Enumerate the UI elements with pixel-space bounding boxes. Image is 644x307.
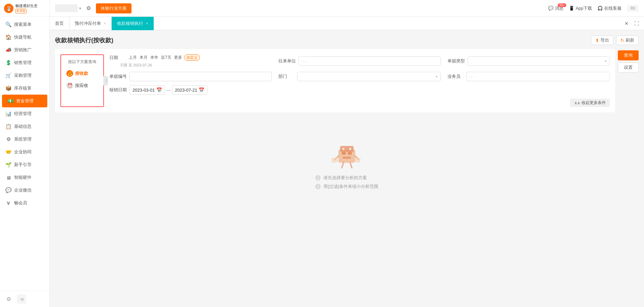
counterparty-select[interactable]: ···: [299, 56, 441, 66]
online-service-button[interactable]: 🎧 在线客服: [597, 5, 622, 11]
filter-sidebar-title: 按以下方案查询: [64, 59, 101, 65]
tab-prepay[interactable]: 预付冲应付单 ×: [69, 17, 112, 30]
wechat-icon: 💬: [5, 187, 11, 193]
verify-date-start[interactable]: 2023-03-01 📅: [129, 85, 165, 95]
logo-text: 畅捷通好生意 标准版: [15, 3, 38, 13]
filter-option-by-collection[interactable]: 💰 按收款: [64, 68, 101, 79]
sidebar-item-sales[interactable]: 💲 销售管理: [0, 56, 49, 69]
date-last-month[interactable]: 上月: [128, 54, 138, 61]
doc-number-field: 单据编号: [109, 72, 272, 81]
app-download-button[interactable]: 📱 App下载: [569, 5, 592, 11]
svg-rect-11: [331, 157, 338, 163]
tab-collection-label: 收款核销执行: [117, 20, 143, 27]
sidebar-item-hardware[interactable]: 🖥 智能硬件: [0, 171, 49, 184]
sidebar-item-nav[interactable]: 🏠 快捷导航: [0, 31, 49, 44]
salesperson-select[interactable]: ···: [466, 72, 610, 81]
date-more[interactable]: 更多: [173, 54, 183, 61]
date-range-dash: —: [166, 88, 171, 93]
topbar-left: ▾ ⚙ 休验行业方案: [55, 3, 544, 13]
svg-rect-5: [348, 152, 352, 155]
verify-end-value: 2023-07-21: [175, 88, 198, 93]
sales-icon: 💲: [5, 60, 11, 66]
export-button[interactable]: ⬆ 导出: [591, 36, 613, 45]
collapse-sidebar-button[interactable]: ◀: [17, 294, 26, 304]
verify-date-end[interactable]: 2023-07-21 📅: [172, 85, 208, 95]
sidebar-label: 新手引导: [14, 162, 32, 168]
empty-tip-2: 2 用[过滤]条件来缩小分析范围: [315, 184, 378, 190]
filter-option-by-receivable[interactable]: ⏰ 按应收: [64, 80, 101, 91]
date-shortcuts: 上月 本月 本年 近7天 更多 自定义: [128, 54, 200, 61]
date-7-days[interactable]: 近7天: [160, 54, 172, 61]
query-button[interactable]: 查询: [618, 50, 639, 60]
svg-line-10: [350, 163, 352, 168]
sidebar-item-finance[interactable]: 💵 资金管理: [2, 95, 47, 107]
sidebar-item-member[interactable]: V 畅会员: [0, 197, 49, 209]
sidebar-label: 资金管理: [16, 98, 34, 104]
collapse-more-area: ∧∧ 收起更多条件: [109, 99, 610, 107]
calendar-end-icon: 📅: [199, 87, 204, 93]
hardware-icon: 🖥: [5, 174, 11, 181]
salesperson-dots: ···: [469, 74, 475, 79]
verify-date-field: 核销日期 2023-03-01 📅 — 2023-07-21 📅: [109, 85, 272, 95]
tab-collection[interactable]: 收款核销执行 ×: [112, 17, 154, 30]
sidebar-item-basic-info[interactable]: 📋 基础信息: [0, 120, 49, 133]
sidebar-label: 企业微信: [14, 187, 32, 193]
dept-chevron-icon: ▾: [436, 74, 438, 79]
purchase-icon: 🛒: [5, 72, 11, 79]
message-button[interactable]: 💬 消息 99+: [548, 5, 564, 11]
topbar-right: 💬 消息 99+ 📱 App下载 🎧 在线客服 Rit: [548, 5, 639, 12]
logo-icon: 🐰: [4, 4, 13, 13]
service-label: 在线客服: [604, 5, 622, 11]
refresh-button[interactable]: ↻ 刷新: [616, 36, 639, 45]
sidebar-item-search[interactable]: 🔍 搜索菜单: [0, 18, 49, 31]
sidebar-item-inventory[interactable]: 📦 库存核算: [0, 82, 49, 95]
counterparty-field: 往来单位 ···: [278, 54, 441, 68]
search-menu-icon: 🔍: [5, 21, 11, 28]
tab-prepay-close-icon[interactable]: ×: [104, 21, 106, 26]
date-custom[interactable]: 自定义: [184, 54, 200, 61]
enterprise-icon: 🤝: [5, 149, 11, 155]
tab-collection-close-icon[interactable]: ×: [146, 21, 148, 26]
marketing-icon: 📣: [5, 47, 11, 53]
tip-num-2: 2: [315, 184, 321, 189]
filter-row-1: 日期 上月 本月 本年 近7天 更多 自定义 不限 至 2: [109, 54, 610, 68]
sidebar-label: 经营管理: [14, 111, 32, 117]
date-this-year[interactable]: 本年: [150, 54, 159, 61]
tab-close-all-icon[interactable]: ✕: [622, 19, 631, 28]
tab-home-label: 首页: [55, 20, 64, 27]
sidebar-logo: 🐰 畅捷通好生意 标准版: [0, 0, 49, 17]
tab-home[interactable]: 首页: [50, 17, 69, 30]
doc-type-label: 单据类型: [447, 58, 465, 64]
home-icon: 🏠: [5, 34, 11, 40]
sidebar-nav: 🔍 搜索菜单 🏠 快捷导航 📣 营销推广 💲 销售管理 🛒 采购管理 📦 库存核…: [0, 17, 49, 291]
receivable-option-label: 按应收: [75, 83, 88, 89]
guide-icon: 🌱: [5, 162, 11, 168]
logo-name: 畅捷通好生意: [15, 3, 38, 8]
filter-collapse-arrow[interactable]: 《: [103, 76, 108, 86]
collection-option-label: 按收款: [75, 70, 88, 76]
doc-number-input[interactable]: [129, 72, 272, 81]
system-icon: ⚙: [5, 136, 11, 142]
receivable-option-icon: ⏰: [66, 82, 73, 89]
industry-button[interactable]: 休验行业方案: [96, 3, 131, 13]
date-this-month[interactable]: 本月: [139, 54, 148, 61]
sidebar-item-purchase[interactable]: 🛒 采购管理: [0, 69, 49, 82]
sidebar-item-guide[interactable]: 🌱 新手引导: [0, 158, 49, 171]
settings-icon[interactable]: ⚙: [4, 294, 13, 304]
settings-button[interactable]: 设置: [618, 62, 639, 72]
filter-row-2: 单据编号 部门 ▾ 业务员: [109, 72, 610, 81]
topbar-gear-icon[interactable]: ⚙: [84, 4, 93, 13]
sidebar-item-enterprise[interactable]: 🤝 企业协同: [0, 146, 49, 158]
sidebar-label: 基础信息: [14, 123, 32, 130]
filter-option-panel: 按以下方案查询 💰 按收款 ⏰ 按应收 《: [60, 54, 104, 107]
tab-expand-icon[interactable]: ⛶: [632, 19, 641, 28]
collapse-more-button[interactable]: ∧∧ 收起更多条件: [570, 99, 610, 107]
sidebar-item-operations[interactable]: 📊 经营管理: [0, 107, 49, 120]
dept-select[interactable]: ▾: [297, 72, 441, 81]
doc-type-select[interactable]: ▾: [468, 56, 610, 66]
sidebar-item-wechat[interactable]: 💬 企业微信: [0, 184, 49, 197]
app-label: App下载: [576, 5, 592, 11]
sidebar-item-system[interactable]: ⚙ 系统管理: [0, 133, 49, 146]
logo-edition: 标准版: [15, 9, 26, 13]
sidebar-item-marketing[interactable]: 📣 营销推广: [0, 44, 49, 56]
